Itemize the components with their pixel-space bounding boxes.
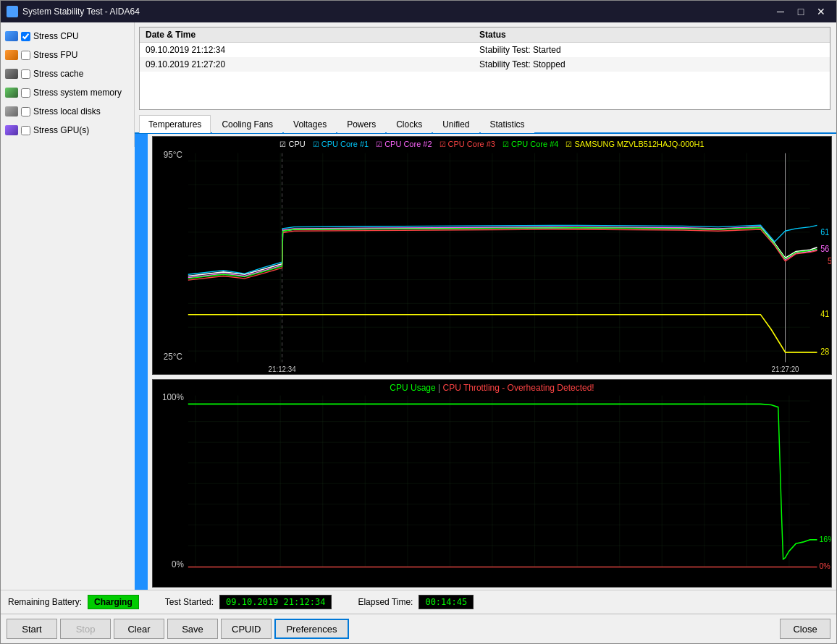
- close-window-button[interactable]: ✕: [812, 4, 830, 19]
- left-panel: Stress CPU Stress FPU Stress cache Stres…: [1, 22, 135, 590]
- preferences-button[interactable]: Preferences: [274, 619, 348, 639]
- legend-samsung: ☑ SAMSUNG MZVLB512HAJQ-000H1: [565, 140, 704, 148]
- stress-fpu-label: Stress FPU: [33, 50, 77, 60]
- legend-cpu-core1: ☑ CPU Core #1: [313, 140, 369, 148]
- svg-text:21:27:20: 21:27:20: [772, 364, 799, 373]
- stress-disks-checkbox[interactable]: [21, 107, 30, 116]
- svg-text:100%: 100%: [162, 392, 184, 403]
- button-bar: Start Stop Clear Save CPUID Preferences …: [1, 614, 836, 643]
- window-controls: ─ □ ✕: [771, 4, 830, 19]
- stress-cpu-label: Stress CPU: [33, 31, 79, 41]
- stress-gpu-checkbox[interactable]: [21, 126, 30, 135]
- log-datetime: 09.10.2019 21:12:34: [140, 43, 474, 58]
- svg-text:28: 28: [820, 346, 829, 356]
- legend-cpu: ☑ CPU: [279, 140, 305, 148]
- status-bar: Remaining Battery: Charging Test Started…: [1, 590, 836, 614]
- test-started-value: 09.10.2019 21:12:34: [219, 595, 332, 609]
- svg-text:25°C: 25°C: [164, 351, 182, 362]
- tabs-bar: Temperatures Cooling Fans Voltages Power…: [135, 114, 836, 134]
- stress-options: Stress CPU Stress FPU Stress cache Stres…: [1, 22, 135, 147]
- stress-gpu-label: Stress GPU(s): [33, 125, 89, 135]
- checkbox-stress-fpu[interactable]: Stress FPU: [5, 47, 130, 63]
- log-status: Stability Test: Started: [474, 43, 830, 58]
- start-button[interactable]: Start: [7, 619, 57, 639]
- checkbox-stress-cache[interactable]: Stress cache: [5, 66, 130, 82]
- elapsed-value: 00:14:45: [418, 595, 474, 609]
- tab-powers[interactable]: Powers: [337, 115, 385, 133]
- checkbox-stress-memory[interactable]: Stress system memory: [5, 85, 130, 101]
- charts-area: ☑ CPU ☑ CPU Core #1 ☑ CPU Core #2: [148, 134, 836, 590]
- stress-fpu-checkbox[interactable]: [21, 51, 30, 60]
- tab-temperatures[interactable]: Temperatures: [139, 115, 211, 133]
- fpu-icon: [5, 50, 18, 60]
- tab-cooling-fans[interactable]: Cooling Fans: [212, 115, 282, 133]
- checkbox-stress-disks[interactable]: Stress local disks: [5, 103, 130, 119]
- tab-clocks[interactable]: Clocks: [387, 115, 432, 133]
- minimize-button[interactable]: ─: [771, 4, 790, 19]
- usage-chart-svg: 100% 0% 16% 0%: [153, 380, 831, 587]
- temp-chart-legend: ☑ CPU ☑ CPU Core #1 ☑ CPU Core #2: [153, 140, 831, 148]
- svg-text:16%: 16%: [819, 535, 831, 544]
- temp-chart-svg: 95°C 25°C 21:12:34 21:27:20: [153, 137, 831, 374]
- svg-text:61: 61: [820, 226, 829, 237]
- tab-voltages[interactable]: Voltages: [284, 115, 336, 133]
- stress-memory-checkbox[interactable]: [21, 88, 30, 98]
- blue-strip: [135, 134, 148, 590]
- svg-text:0%: 0%: [819, 562, 830, 571]
- clear-button[interactable]: Clear: [114, 619, 164, 639]
- log-status: Stability Test: Stopped: [474, 57, 830, 72]
- svg-text:41: 41: [820, 308, 829, 318]
- usage-chart-label: CPU Usage | CPU Throttling - Overheating…: [153, 383, 831, 393]
- test-started-label: Test Started:: [165, 597, 214, 607]
- maximize-button[interactable]: □: [791, 4, 810, 19]
- app-icon: [7, 6, 18, 17]
- elapsed-label: Elapsed Time:: [358, 597, 413, 607]
- col-datetime: Date & Time: [140, 27, 474, 43]
- stress-memory-label: Stress system memory: [33, 88, 122, 98]
- disk-icon: [5, 106, 18, 116]
- svg-rect-1: [188, 153, 810, 363]
- memory-icon: [5, 88, 18, 98]
- cache-icon: [5, 69, 18, 79]
- svg-text:21:12:34: 21:12:34: [269, 364, 296, 373]
- cpu-usage-label: CPU Usage: [390, 383, 435, 393]
- charts-with-strip: ☑ CPU ☑ CPU Core #1 ☑ CPU Core #2: [135, 134, 836, 590]
- title-bar: System Stability Test - AIDA64 ─ □ ✕: [1, 1, 836, 22]
- svg-rect-14: [188, 396, 810, 567]
- log-datetime: 09.10.2019 21:27:20: [140, 57, 474, 72]
- gpu-icon: [5, 125, 18, 135]
- stress-cache-label: Stress cache: [33, 69, 83, 79]
- window-title: System Stability Test - AIDA64: [22, 7, 771, 17]
- log-row: 09.10.2019 21:12:34Stability Test: Start…: [140, 43, 830, 58]
- svg-text:56: 56: [820, 243, 829, 253]
- temperature-chart: ☑ CPU ☑ CPU Core #1 ☑ CPU Core #2: [152, 136, 832, 375]
- legend-cpu-core3: ☑ CPU Core #3: [439, 140, 495, 148]
- tab-statistics[interactable]: Statistics: [481, 115, 534, 133]
- main-content: Stress CPU Stress FPU Stress cache Stres…: [1, 22, 836, 590]
- battery-label: Remaining Battery:: [8, 597, 82, 607]
- col-status: Status: [474, 27, 830, 43]
- legend-cpu-core4: ☑ CPU Core #4: [502, 140, 558, 148]
- log-table: Date & Time Status 09.10.2019 21:12:34St…: [140, 27, 830, 72]
- stop-button[interactable]: Stop: [60, 619, 111, 639]
- checkbox-stress-cpu[interactable]: Stress CPU: [5, 28, 130, 44]
- main-window: System Stability Test - AIDA64 ─ □ ✕ Str…: [0, 0, 837, 644]
- stress-disks-label: Stress local disks: [33, 106, 101, 116]
- checkbox-stress-gpu[interactable]: Stress GPU(s): [5, 122, 130, 138]
- stress-cpu-checkbox[interactable]: [21, 32, 30, 41]
- right-panel: Date & Time Status 09.10.2019 21:12:34St…: [135, 22, 836, 590]
- cpu-icon: [5, 31, 18, 41]
- throttle-label: CPU Throttling - Overheating Detected!: [442, 383, 594, 393]
- battery-value: Charging: [88, 595, 139, 609]
- stress-cache-checkbox[interactable]: [21, 69, 30, 79]
- save-button[interactable]: Save: [167, 619, 218, 639]
- svg-text:95°C: 95°C: [164, 150, 182, 161]
- close-button[interactable]: Close: [780, 619, 830, 639]
- log-area: Date & Time Status 09.10.2019 21:12:34St…: [139, 27, 830, 110]
- log-row: 09.10.2019 21:27:20Stability Test: Stopp…: [140, 57, 830, 72]
- tab-unified[interactable]: Unified: [433, 115, 479, 133]
- legend-cpu-core2: ☑ CPU Core #2: [376, 140, 432, 148]
- cpuid-button[interactable]: CPUID: [221, 619, 272, 639]
- svg-text:56: 56: [828, 255, 831, 266]
- usage-chart: CPU Usage | CPU Throttling - Overheating…: [152, 379, 832, 588]
